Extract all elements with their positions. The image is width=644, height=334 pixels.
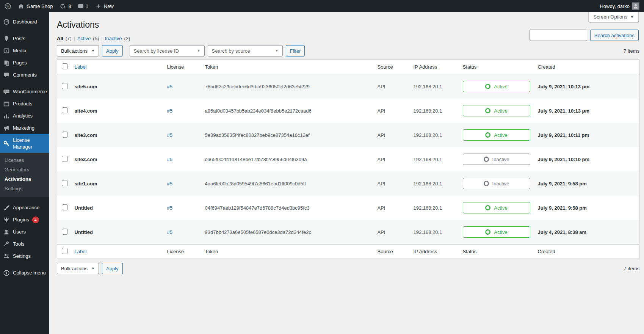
search-activations-button[interactable]: Search activations — [590, 30, 639, 41]
chevron-down-icon: ▼ — [275, 49, 279, 53]
view-inactive[interactable]: Inactive — [105, 36, 122, 41]
activation-label: site4.com — [71, 99, 163, 123]
row-checkbox[interactable] — [62, 83, 68, 89]
status-badge: Active — [463, 226, 530, 238]
screen-options-button[interactable]: Screen Options ▼ — [588, 11, 639, 23]
license-link[interactable]: #5 — [167, 205, 172, 211]
column-license: License — [163, 245, 201, 259]
collapse-arrow-icon — [3, 270, 10, 276]
sidebar-item-license-manager[interactable]: License Manager — [0, 134, 49, 153]
sidebar-item-comments[interactable]: Comments — [0, 69, 49, 81]
table-row: site3.com #5 5e39ad35835f4fec80327beb9ce… — [57, 123, 639, 147]
column-source: Source — [374, 245, 410, 259]
my-account-menu[interactable]: Howdy, darko — [600, 2, 639, 10]
apply-button[interactable]: Apply — [102, 45, 123, 56]
row-checkbox[interactable] — [62, 107, 68, 113]
woocommerce-icon: Woo — [3, 88, 10, 95]
status-ring-icon — [484, 181, 489, 186]
view-active[interactable]: Active — [77, 36, 91, 41]
activation-source: API — [374, 123, 410, 147]
submenu-item-generators[interactable]: Generators — [0, 165, 49, 174]
filter-button[interactable]: Filter — [286, 45, 305, 56]
status-ring-icon — [485, 229, 490, 235]
select-all-checkbox[interactable] — [62, 63, 68, 69]
activation-label: Untitled — [71, 196, 163, 220]
row-checkbox[interactable] — [62, 180, 68, 186]
sort-by-label[interactable]: Label — [75, 64, 87, 70]
sidebar-item-posts[interactable]: Posts — [0, 33, 49, 45]
search-input[interactable] — [530, 30, 587, 41]
submenu-item-activations[interactable]: Activations — [0, 174, 49, 184]
sidebar-item-media[interactable]: Media — [0, 45, 49, 57]
view-all[interactable]: All — [57, 36, 63, 41]
license-link[interactable]: #5 — [167, 181, 172, 187]
activation-token: a95af0d03457bb5ab234e034f8ebb5e2172caad6 — [201, 99, 374, 123]
updates-indicator[interactable]: 8 — [60, 3, 71, 9]
license-link[interactable]: #5 — [167, 108, 172, 114]
activation-created: July 9, 2021, 9:58 pm — [534, 196, 639, 220]
activation-ip: 192.168.20.1 — [410, 171, 459, 196]
row-checkbox[interactable] — [62, 132, 68, 138]
status-ring-icon — [485, 84, 490, 89]
row-checkbox[interactable] — [62, 204, 68, 210]
activation-token: 04f6947aeb129f54847e7d6788c7d4ed3bc95fc3 — [201, 196, 374, 220]
sidebar-item-plugins[interactable]: Plugins 4 — [0, 214, 49, 226]
row-checkbox[interactable] — [62, 156, 68, 162]
status-badge: Inactive — [463, 154, 530, 165]
sidebar-item-woocommerce[interactable]: Woo WooCommerce — [0, 86, 49, 98]
comments-indicator[interactable]: 0 — [78, 3, 88, 9]
site-link[interactable]: Game Shop — [18, 3, 53, 9]
admin-sidebar: Dashboard Posts Media Pages Comments Woo… — [0, 12, 49, 334]
sort-by-label[interactable]: Label — [75, 249, 87, 254]
license-link[interactable]: #5 — [167, 84, 172, 89]
activation-created: July 9, 2021, 10:13 pm — [534, 74, 639, 99]
sidebar-item-analytics[interactable]: Analytics — [0, 110, 49, 122]
chevron-down-icon: ▼ — [91, 267, 95, 270]
select-all-checkbox[interactable] — [62, 248, 68, 254]
search-by-source-select[interactable]: Search by source ▼ — [208, 45, 283, 56]
sidebar-item-collapse-menu[interactable]: Collapse menu — [0, 267, 49, 279]
search-by-license-select[interactable]: Search by license ID ▼ — [130, 45, 205, 56]
wrench-icon — [3, 241, 10, 248]
sidebar-item-dashboard[interactable]: Dashboard — [0, 16, 49, 28]
comment-bubble-icon — [78, 4, 83, 8]
chevron-down-icon: ▼ — [91, 49, 95, 53]
license-link[interactable]: #5 — [167, 157, 172, 162]
sidebar-item-products[interactable]: Products — [0, 98, 49, 110]
row-checkbox[interactable] — [62, 229, 68, 235]
search-box: Search activations — [530, 30, 639, 41]
activation-source: API — [374, 147, 410, 171]
submenu-item-settings[interactable]: Settings — [0, 184, 49, 193]
sidebar-item-settings[interactable]: Settings — [0, 250, 49, 262]
submenu-item-licenses[interactable]: Licenses — [0, 155, 49, 165]
activation-created: July 9, 2021, 9:58 pm — [534, 171, 639, 196]
column-license: License — [163, 60, 201, 74]
activation-source: API — [374, 171, 410, 196]
license-link[interactable]: #5 — [167, 229, 172, 235]
bulk-actions-select[interactable]: Bulk actions ▼ — [57, 263, 99, 274]
home-icon — [18, 3, 24, 9]
table-row: Untitled #5 93d7bb4273a6e505fe6587e0dce3… — [57, 220, 639, 245]
brush-icon — [3, 204, 10, 211]
table-row: site1.com #5 4aa6fe00b28d059549f7a8661ea… — [57, 171, 639, 196]
column-token: Token — [201, 245, 374, 259]
plugins-update-badge: 4 — [32, 216, 39, 223]
license-link[interactable]: #5 — [167, 132, 172, 138]
bulk-actions-select[interactable]: Bulk actions ▼ — [57, 45, 99, 56]
wordpress-menu[interactable]: W — [5, 3, 11, 9]
megaphone-icon — [3, 125, 10, 132]
status-badge: Active — [463, 105, 530, 116]
activation-token: 5e39ad35835f4fec80327beb9ce87354a16c12ef — [201, 123, 374, 147]
sidebar-item-marketing[interactable]: Marketing — [0, 122, 49, 134]
activation-ip: 192.168.20.1 — [410, 74, 459, 99]
apply-button[interactable]: Apply — [102, 263, 123, 274]
sidebar-item-tools[interactable]: Tools — [0, 238, 49, 250]
items-count: 7 items — [624, 266, 639, 271]
sidebar-item-pages[interactable]: Pages — [0, 57, 49, 69]
activation-ip: 192.168.20.1 — [410, 99, 459, 123]
sidebar-item-appearance[interactable]: Appearance — [0, 202, 49, 214]
new-content-menu[interactable]: New — [95, 3, 114, 9]
column-created: Created — [534, 245, 639, 259]
sidebar-item-users[interactable]: Users — [0, 226, 49, 238]
new-label: New — [104, 3, 114, 9]
